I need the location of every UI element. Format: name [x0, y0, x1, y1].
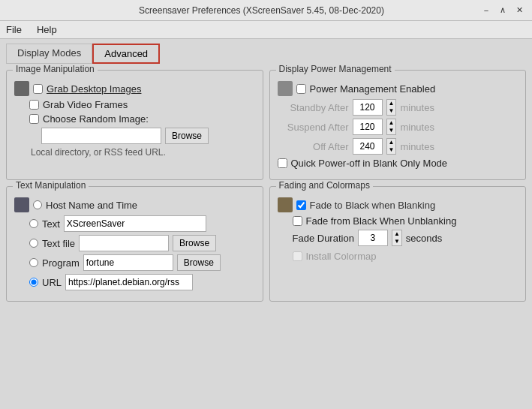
window-controls[interactable]: − ∧ ✕	[479, 4, 526, 17]
text-file-input[interactable]	[79, 235, 169, 251]
seconds-label: seconds	[406, 233, 442, 244]
text-row: Text	[14, 215, 255, 232]
fade-icon	[278, 197, 293, 212]
suspend-label: Suspend After	[278, 122, 349, 133]
fading-colormaps-group: Fading and Colormaps Fade to Black when …	[269, 186, 527, 302]
quick-power-row: Quick Power-off in Blank Only Mode	[278, 158, 518, 169]
tab-advanced[interactable]: Advanced	[92, 44, 160, 64]
standby-input[interactable]	[353, 99, 383, 116]
tab-bar: Display Modes Advanced	[0, 39, 532, 64]
fade-to-black-row: Fade to Black when Blanking	[278, 197, 518, 212]
fade-down-arrow[interactable]: ▼	[392, 238, 401, 245]
fading-colormaps-title: Fading and Colormaps	[276, 180, 373, 191]
off-minutes-label: minutes	[400, 141, 434, 152]
text-file-browse-button[interactable]: Browse	[173, 235, 216, 251]
standby-up-arrow[interactable]: ▲	[387, 100, 396, 107]
fade-to-black-checkbox[interactable]	[296, 200, 306, 210]
text-icon	[14, 197, 29, 212]
choose-random-label: Choose Random Image:	[43, 113, 149, 125]
title-bar: Screensaver Preferences (XScreenSaver 5.…	[0, 0, 532, 21]
hint-text: Local directory, or RSS feed URL.	[29, 147, 166, 158]
off-spinner[interactable]: ▲ ▼	[386, 138, 397, 155]
off-input[interactable]	[353, 138, 383, 155]
standby-spinner[interactable]: ▲ ▼	[386, 99, 397, 116]
text-manipulation-title: Text Manipulation	[13, 180, 89, 191]
menu-file[interactable]: File	[3, 24, 25, 35]
directory-input[interactable]	[41, 128, 161, 144]
off-down-arrow[interactable]: ▼	[387, 146, 396, 154]
text-file-row: Text file Browse	[14, 235, 255, 251]
close-button[interactable]: ✕	[512, 4, 526, 17]
dir-browse-row: Browse	[14, 128, 255, 144]
fade-duration-spinner[interactable]: ▲ ▼	[392, 230, 402, 246]
quick-power-label: Quick Power-off in Blank Only Mode	[291, 158, 448, 169]
choose-random-checkbox[interactable]	[29, 114, 39, 124]
suspend-input[interactable]	[353, 119, 383, 135]
display-power-title: Display Power Management	[276, 64, 395, 74]
url-label: URL	[42, 277, 62, 288]
fade-from-black-row: Fade from Black When Unblanking	[278, 215, 518, 227]
grab-desktop-checkbox[interactable]	[33, 84, 43, 94]
fade-from-black-checkbox[interactable]	[293, 216, 302, 226]
standby-row: Standby After ▲ ▼ minutes	[278, 99, 518, 116]
fade-to-black-label: Fade to Black when Blanking	[310, 200, 436, 211]
suspend-spinner[interactable]: ▲ ▼	[386, 119, 397, 135]
standby-down-arrow[interactable]: ▼	[387, 107, 396, 115]
power-enabled-checkbox[interactable]	[296, 84, 306, 94]
grab-desktop-label[interactable]: Grab Desktop Images	[47, 83, 141, 95]
maximize-button[interactable]: ∧	[496, 4, 509, 17]
browse-button[interactable]: Browse	[165, 128, 209, 144]
menu-help[interactable]: Help	[34, 24, 60, 35]
program-input[interactable]	[83, 254, 173, 271]
install-colormap-label: Install Colormap	[306, 251, 377, 262]
program-row: Program Browse	[14, 254, 255, 271]
fade-from-black-label: Fade from Black When Unblanking	[306, 215, 457, 227]
suspend-minutes-label: minutes	[400, 122, 434, 133]
main-content: Image Manipulation Grab Desktop Images G…	[0, 64, 532, 308]
install-colormap-checkbox[interactable]	[293, 251, 302, 261]
program-browse-button[interactable]: Browse	[177, 254, 221, 271]
grab-desktop-row: Grab Desktop Images	[14, 81, 255, 96]
host-name-radio[interactable]	[33, 200, 42, 209]
url-row: URL	[14, 274, 255, 290]
minimize-button[interactable]: −	[479, 4, 493, 17]
grab-video-checkbox[interactable]	[29, 100, 39, 110]
text-label: Text	[42, 218, 60, 230]
off-up-arrow[interactable]: ▲	[387, 139, 396, 146]
off-row: Off After ▲ ▼ minutes	[278, 138, 518, 155]
image-manipulation-group: Image Manipulation Grab Desktop Images G…	[6, 70, 263, 180]
suspend-up-arrow[interactable]: ▲	[387, 119, 396, 127]
hint-row: Local directory, or RSS feed URL.	[14, 147, 255, 158]
url-input[interactable]	[65, 274, 193, 290]
image-manipulation-title: Image Manipulation	[13, 64, 98, 74]
display-power-group: Display Power Management Power Managemen…	[269, 70, 527, 180]
url-radio[interactable]	[29, 278, 38, 287]
off-label: Off After	[278, 141, 349, 152]
window-title: Screensaver Preferences (XScreenSaver 5.…	[44, 5, 479, 16]
program-radio[interactable]	[29, 258, 38, 267]
power-enabled-label: Power Management Enabled	[310, 83, 436, 95]
fade-duration-label: Fade Duration	[293, 233, 354, 244]
text-radio[interactable]	[29, 219, 38, 228]
text-manipulation-group: Text Manipulation Host Name and Time Tex…	[6, 186, 263, 302]
choose-random-row: Choose Random Image:	[14, 113, 255, 125]
quick-power-checkbox[interactable]	[278, 158, 287, 168]
suspend-down-arrow[interactable]: ▼	[387, 127, 396, 134]
text-file-radio[interactable]	[29, 239, 38, 248]
fade-up-arrow[interactable]: ▲	[392, 230, 401, 238]
grab-video-row: Grab Video Frames	[14, 99, 255, 110]
host-name-label: Host Name and Time	[46, 200, 137, 211]
host-name-row: Host Name and Time	[14, 197, 255, 212]
monitor-icon	[14, 81, 29, 96]
plug-icon	[278, 81, 293, 96]
power-enabled-row: Power Management Enabled	[278, 81, 518, 96]
standby-minutes-label: minutes	[400, 102, 434, 113]
tab-display-modes[interactable]: Display Modes	[6, 44, 92, 64]
text-value-input[interactable]	[64, 215, 206, 232]
install-colormap-row: Install Colormap	[278, 251, 518, 262]
program-label: Program	[42, 257, 80, 269]
fade-duration-input[interactable]	[358, 230, 388, 246]
fade-duration-row: Fade Duration ▲ ▼ seconds	[278, 230, 518, 246]
suspend-row: Suspend After ▲ ▼ minutes	[278, 119, 518, 135]
standby-label: Standby After	[278, 102, 349, 113]
